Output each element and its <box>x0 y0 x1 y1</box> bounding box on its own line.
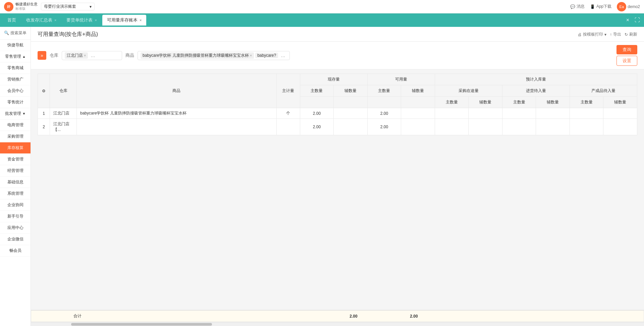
close-all-button[interactable]: × <box>625 17 631 23</box>
row2-gp-aux <box>536 119 570 135</box>
pp-aux-qty: 辅数量 <box>603 97 637 108</box>
sidebar-search[interactable]: 🔍 搜索菜单 <box>0 27 31 40</box>
row1-gp-main <box>502 108 536 119</box>
row2-current-main: 2.00 <box>300 119 334 135</box>
row2-warehouse: 江北门店【... <box>50 119 77 135</box>
row1-available-main: 2.00 <box>367 108 401 119</box>
refresh-button[interactable]: ↻ 刷新 <box>625 32 637 37</box>
sidebar-item-purchase[interactable]: 采购管理 <box>0 131 31 142</box>
topbar-right: 💬 消息 📱 App下载 Ea demo2 <box>570 2 640 11</box>
sidebar-item-inventory[interactable]: 库存核算 <box>0 142 31 154</box>
row1-pp-aux <box>603 108 637 119</box>
logo-subtitle: 标准版 <box>15 6 38 11</box>
sidebar-item-label: 电商管理 <box>7 123 23 127</box>
query-button[interactable]: 查询 <box>616 45 637 54</box>
close-icon[interactable]: × <box>95 18 97 22</box>
footer-available-main: 2.00 <box>399 314 429 319</box>
sidebar-item-enterprise-collab[interactable]: 企业协同 <box>0 199 31 211</box>
expand-button[interactable]: ⛶ <box>633 17 641 23</box>
gp-aux-qty: 辅数量 <box>536 97 570 108</box>
sidebar-item-enterprise-wechat[interactable]: 企业微信 <box>0 234 31 245</box>
sidebar-item-finance[interactable]: 资金管理 <box>0 154 31 165</box>
row1-gp-aux <box>536 108 570 119</box>
sidebar-quick-nav[interactable]: 快捷导航 <box>0 40 31 51</box>
sidebar-item-new-guide[interactable]: 新手引导 <box>0 211 31 222</box>
sidebar-item-wholesale-mgmt[interactable]: 批发管理 ▼ <box>0 108 31 120</box>
sidebar-item-label: 企业微信 <box>7 237 23 241</box>
filter-bar: » 仓库 江北门店 × ... 商品 babycare学饮杯 儿童防摔防撞吸管杯… <box>31 42 644 69</box>
row1-pp-main <box>570 108 603 119</box>
export-button[interactable]: ↑ 导出 <box>610 32 621 37</box>
sidebar-item-basic-info[interactable]: 基础信息 <box>0 177 31 188</box>
row1-warehouse: 江北门店 <box>50 108 77 119</box>
print-label: 按模板打印 <box>583 32 603 37</box>
horizontal-scrollbar[interactable] <box>31 322 644 326</box>
row2-pp-aux <box>603 119 637 135</box>
settings-button[interactable]: 设置 <box>616 56 637 66</box>
row1-pt-main <box>435 108 469 119</box>
tab-order[interactable]: 要货单统计表 × <box>62 15 101 26</box>
cs-main-qty <box>300 97 334 108</box>
available-aux-header: 辅数量 <box>401 85 435 97</box>
product-pending-header: 产成品待入量 <box>570 85 637 97</box>
row2-available-aux <box>401 119 435 135</box>
sidebar-item-retail-mgmt[interactable]: 零售管理 ▲ <box>0 51 31 62</box>
topbar-left: 好 畅捷通好生意 标准版 母婴行业演示账套 ▾ <box>4 2 95 11</box>
filter-toggle-button[interactable]: » <box>38 51 46 60</box>
sidebar: 🔍 搜索菜单 快捷导航 零售管理 ▲ 零售商城 营销推广 会员中心 零售统计 批… <box>0 27 31 326</box>
tab-collect[interactable]: 收发存汇总表 × <box>21 15 61 26</box>
quick-nav-label: 快捷导航 <box>7 43 23 47</box>
search-icon: 🔍 <box>4 31 9 35</box>
industry-select[interactable]: 母婴行业演示账套 ▾ <box>41 3 95 10</box>
pp-main-qty: 主数量 <box>570 97 603 108</box>
sidebar-item-member[interactable]: 畅会员 <box>0 245 31 257</box>
sidebar-item-label: 零售统计 <box>7 100 23 104</box>
sidebar-item-retail-mall[interactable]: 零售商城 <box>0 62 31 74</box>
gp-main-qty: 主数量 <box>502 97 536 108</box>
tab-home[interactable]: 首页 <box>3 17 21 23</box>
close-icon[interactable]: × <box>54 18 56 22</box>
sidebar-item-member-center[interactable]: 会员中心 <box>0 85 31 97</box>
sidebar-item-label: 库存核算 <box>7 145 23 151</box>
warehouse-filter-input[interactable]: 江北门店 × ... <box>62 51 122 60</box>
sidebar-item-label: 会员中心 <box>7 88 23 93</box>
sidebar-item-ops[interactable]: 经营管理 <box>0 165 31 177</box>
logo-name: 畅捷通好生意 <box>15 2 38 6</box>
current-stock-header: 现存量 <box>300 74 367 85</box>
row2-no: 2 <box>38 119 50 135</box>
sidebar-item-label: 新手引导 <box>7 214 23 219</box>
print-button[interactable]: 🖨 按模板打印 ▾ <box>578 32 606 37</box>
sidebar-item-marketing[interactable]: 营销推广 <box>0 74 31 85</box>
close-icon[interactable]: × <box>140 18 142 22</box>
more-dots[interactable]: ... <box>89 52 96 58</box>
remove-product-tag-button[interactable]: × <box>250 53 252 57</box>
user-action[interactable]: Ea demo2 <box>617 2 640 11</box>
sidebar-item-label: 营销推广 <box>7 77 23 82</box>
product-more-dots[interactable]: ... <box>279 52 286 58</box>
message-action[interactable]: 💬 消息 <box>570 4 585 9</box>
row1-no: 1 <box>38 108 50 119</box>
tab-available[interactable]: 可用量库存账本 × <box>102 15 146 26</box>
sidebar-item-sys-mgmt[interactable]: 系统管理 <box>0 188 31 199</box>
app-download-action[interactable]: 📱 App下载 <box>590 4 611 9</box>
scroll-thumb[interactable] <box>71 323 212 326</box>
sidebar-item-app-center[interactable]: 应用中心 <box>0 222 31 234</box>
sidebar-search-label: 搜索菜单 <box>10 31 26 35</box>
warehouse-tag: 江北门店 × <box>65 52 88 59</box>
cs-aux-qty <box>334 97 368 108</box>
arrow-icon: ▼ <box>22 112 26 115</box>
warehouse-tag-label: 江北门店 <box>67 53 83 58</box>
sidebar-item-ecommerce[interactable]: 电商管理 <box>0 120 31 131</box>
av-main-qty <box>367 97 401 108</box>
remove-tag-button[interactable]: × <box>84 53 86 57</box>
sidebar-item-label: 零售商城 <box>7 65 23 70</box>
main-layout: 🔍 搜索菜单 快捷导航 零售管理 ▲ 零售商城 营销推广 会员中心 零售统计 批… <box>0 27 644 326</box>
topbar: 好 畅捷通好生意 标准版 母婴行业演示账套 ▾ 💬 消息 📱 App下载 Ea … <box>0 0 644 13</box>
sidebar-item-retail-stats[interactable]: 零售统计 <box>0 97 31 108</box>
sidebar-item-label: 经营管理 <box>7 168 23 173</box>
product-filter-input[interactable]: babycare学饮杯 儿童防摔防撞吸管杯重力球吸嘴杯宝宝水杯 × babyca… <box>138 51 290 60</box>
current-aux-header: 辅数量 <box>334 85 368 97</box>
sidebar-item-label: 企业协同 <box>7 202 23 207</box>
row2-pt-main <box>435 119 469 135</box>
table-container: ⚙ 仓库 商品 主计量 现存量 可用量 预计入库量 主数量 辅数量 主数量 辅数… <box>31 69 644 310</box>
